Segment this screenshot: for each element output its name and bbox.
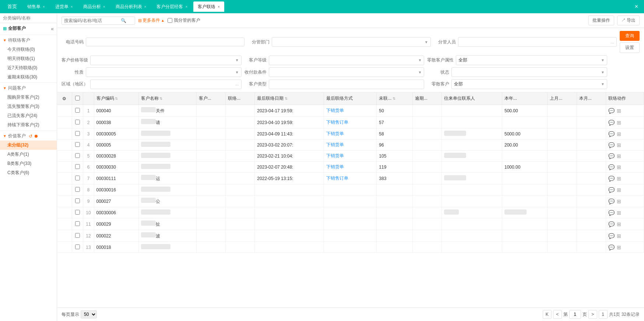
last-contact-method-link[interactable]: 下销售订单	[326, 120, 348, 125]
customer-level-select[interactable]: ▼	[269, 56, 425, 65]
chat-icon[interactable]: 💬	[608, 187, 615, 193]
query-button[interactable]: 查询	[620, 31, 640, 41]
row-checkbox[interactable]	[75, 187, 80, 192]
last-page-button[interactable]: 1	[599, 310, 608, 319]
row-checkbox[interactable]	[75, 198, 80, 203]
col-name[interactable]: 客户名称	[138, 92, 196, 105]
grid-action-icon[interactable]: ⊞	[617, 153, 621, 159]
chat-icon[interactable]: 💬	[608, 120, 615, 126]
row-checkbox[interactable]	[75, 131, 80, 136]
chat-icon[interactable]: 💬	[608, 176, 615, 181]
last-contact-method-link[interactable]: 下销售订单	[326, 176, 348, 181]
close-sales-icon[interactable]: ×	[43, 5, 45, 9]
row-checkbox[interactable]	[75, 233, 80, 238]
first-page-button[interactable]: K	[543, 310, 552, 319]
col-last-contact-date[interactable]: 最后联络日期	[255, 92, 324, 105]
phone-input[interactable]	[86, 38, 244, 46]
sidebar-all-customers[interactable]: ⊞ 全部客户 «	[0, 23, 57, 34]
chat-icon[interactable]: 💬	[608, 108, 615, 114]
main-search-icon[interactable]: 🔍	[121, 18, 126, 23]
grid-action-icon[interactable]: ⊞	[617, 187, 621, 193]
last-contact-method-link[interactable]: 下销货单	[326, 164, 344, 169]
value-group-header[interactable]: ▼ 价值客户 ↺	[0, 131, 57, 141]
value-refresh-icon[interactable]: ↺	[29, 134, 32, 139]
nav-tab-customer-seg[interactable]: 客户分层经客 ×	[152, 1, 192, 12]
chat-icon[interactable]: 💬	[608, 198, 615, 204]
reset-button[interactable]: 设置	[620, 42, 640, 53]
app-close-icon[interactable]: ×	[632, 3, 641, 10]
grid-action-icon[interactable]: ⊞	[617, 210, 621, 216]
nav-tab-customer-contact[interactable]: 客户联络 ×	[193, 1, 224, 12]
col-code[interactable]: 客户编码	[94, 92, 138, 105]
my-customers-checkbox[interactable]	[168, 18, 172, 23]
chat-icon[interactable]: 💬	[608, 210, 615, 216]
sidebar-search-input[interactable]	[3, 15, 57, 21]
nature-select[interactable]: ▼	[86, 67, 242, 77]
row-checkbox[interactable]	[75, 108, 80, 113]
grid-action-icon[interactable]: ⊞	[617, 198, 621, 204]
sidebar-item-churned[interactable]: 已流失客户(24)	[0, 111, 57, 120]
retail-attr-select[interactable]: 全部 ▼	[456, 55, 607, 65]
nav-tab-analysis-list[interactable]: 商品分析列表 ×	[111, 1, 151, 12]
grid-action-icon[interactable]: ⊞	[617, 233, 621, 239]
page-number-input[interactable]	[569, 310, 581, 319]
prev-page-button[interactable]: <	[553, 310, 562, 319]
nav-tab-analysis[interactable]: 商品分析 ×	[79, 1, 110, 12]
row-checkbox[interactable]	[75, 142, 80, 147]
payment-terms-select[interactable]: ▼	[269, 67, 425, 77]
chat-icon[interactable]: 💬	[608, 142, 615, 148]
grid-action-icon[interactable]: ⊞	[617, 142, 621, 148]
last-contact-method-link[interactable]: 下销货单	[326, 142, 344, 147]
main-search-input[interactable]	[64, 18, 119, 23]
sidebar-collapse-icon[interactable]: «	[51, 26, 54, 32]
dept-select[interactable]: ▼	[272, 37, 430, 47]
chat-icon[interactable]: 💬	[608, 233, 615, 239]
row-checkbox[interactable]	[75, 244, 80, 249]
close-analysis-icon[interactable]: ×	[103, 5, 105, 9]
chat-icon[interactable]: 💬	[608, 221, 615, 227]
sidebar-item-abnormal[interactable]: 囤购异常客户(2)	[0, 93, 57, 102]
last-contact-method-link[interactable]: 下销货单	[326, 131, 344, 136]
nav-tab-sales[interactable]: 销售单 ×	[23, 1, 49, 12]
settings-icon[interactable]: ⚙	[62, 96, 66, 101]
sidebar-item-churn-warning[interactable]: 流失预警客户(3)	[0, 102, 57, 111]
grid-action-icon[interactable]: ⊞	[617, 108, 621, 114]
sidebar-item-7days[interactable]: 近7天待联络(0)	[0, 63, 57, 73]
last-contact-method-link[interactable]: 下销货单	[326, 108, 344, 113]
pending-group-header[interactable]: ▼ 待联络客户	[0, 36, 57, 45]
grid-action-icon[interactable]: ⊞	[617, 164, 621, 170]
col-uncontacted[interactable]: 未联...	[377, 92, 413, 105]
grid-action-icon[interactable]: ⊞	[617, 244, 621, 250]
chat-icon[interactable]: 💬	[608, 244, 615, 250]
area-select[interactable]: …	[90, 80, 242, 89]
sidebar-item-type-b[interactable]: B类客户(33)	[0, 159, 57, 168]
row-checkbox[interactable]	[75, 153, 80, 158]
manager-select[interactable]: …	[458, 37, 617, 47]
last-contact-method-link[interactable]: 下销货单	[326, 153, 344, 158]
sidebar-item-type-c[interactable]: C类客户(6)	[0, 168, 57, 177]
row-checkbox[interactable]	[75, 176, 80, 180]
row-checkbox[interactable]	[75, 221, 80, 226]
grid-action-icon[interactable]: ⊞	[617, 176, 621, 181]
customer-type-select[interactable]	[269, 80, 425, 89]
grid-action-icon[interactable]: ⊞	[617, 221, 621, 227]
export-button[interactable]: ↗ 导出	[617, 15, 640, 25]
sidebar-item-today[interactable]: 今天待联络(0)	[0, 45, 57, 54]
next-page-button[interactable]: >	[588, 310, 597, 319]
chat-icon[interactable]: 💬	[608, 164, 615, 170]
close-analysis-list-icon[interactable]: ×	[144, 5, 147, 9]
sidebar-item-tomorrow[interactable]: 明天待联络(1)	[0, 54, 57, 63]
nav-home-tab[interactable]: 首页	[3, 3, 21, 10]
grid-action-icon[interactable]: ⊞	[617, 131, 621, 137]
price-level-select[interactable]: ▼	[90, 56, 242, 65]
sidebar-item-type-a[interactable]: A类客户(1)	[0, 150, 57, 159]
nav-tab-purchase[interactable]: 进货单 ×	[51, 1, 77, 12]
chat-icon[interactable]: 💬	[608, 131, 615, 137]
close-purchase-icon[interactable]: ×	[71, 5, 73, 9]
more-conditions-btn[interactable]: ⊞ 更多条件 ▲	[138, 17, 165, 24]
my-customers-checkbox-label[interactable]: 我分管的客户	[168, 17, 200, 24]
col-settings[interactable]: ⚙	[57, 92, 72, 105]
page-size-select[interactable]: 50	[81, 310, 97, 318]
status-select[interactable]: ▼	[451, 67, 607, 77]
sidebar-item-declining[interactable]: 持续下滑客户(2)	[0, 120, 57, 130]
